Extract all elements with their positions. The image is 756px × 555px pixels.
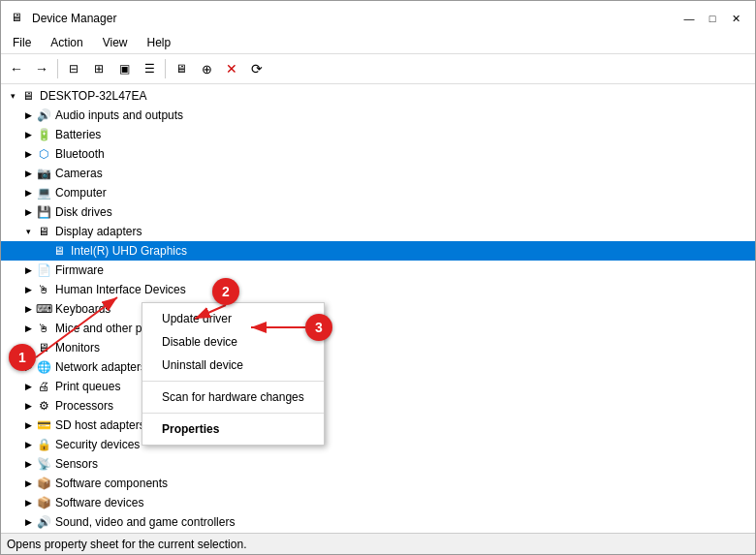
- processors-icon: ⚙: [36, 398, 51, 414]
- expand-sensors[interactable]: ▶: [20, 456, 36, 472]
- print-icon: 🖨: [36, 379, 51, 394]
- bluetooth-icon: ⬡: [36, 146, 51, 162]
- toolbar-refresh[interactable]: ⟳: [245, 57, 268, 80]
- tree-item-bluetooth[interactable]: ▶ ⬡ Bluetooth: [1, 144, 755, 164]
- toolbar-remove[interactable]: ✕: [220, 57, 243, 80]
- expand-processors[interactable]: ▶: [20, 398, 36, 414]
- tree-root[interactable]: ▾ 🖥 DESKTOP-32L47EA: [1, 86, 755, 106]
- tree-item-monitors[interactable]: ▶ 🖥 Monitors: [1, 338, 755, 357]
- expand-cameras[interactable]: ▶: [20, 166, 36, 181]
- tree-item-print[interactable]: ▶ 🖨 Print queues: [1, 377, 755, 396]
- tree-item-security[interactable]: ▶ 🔒 Security devices: [1, 435, 755, 454]
- expand-display[interactable]: ▾: [20, 224, 36, 239]
- ctx-update-driver[interactable]: Update driver: [142, 307, 324, 330]
- audio-icon: 🔊: [36, 108, 51, 123]
- tree-item-software-components[interactable]: ▶ 📦 Software components: [1, 474, 755, 493]
- tree-item-sd[interactable]: ▶ 💳 SD host adapters: [1, 416, 755, 435]
- expand-firmware[interactable]: ▶: [20, 262, 36, 278]
- display-icon: 🖥: [36, 224, 51, 239]
- expand-computer[interactable]: ▶: [20, 185, 36, 200]
- tree-item-audio[interactable]: ▶ 🔊 Audio inputs and outputs: [1, 106, 755, 125]
- main-content: ▾ 🖥 DESKTOP-32L47EA ▶ 🔊 Audio inputs and…: [1, 84, 755, 533]
- annotation-3: 3: [305, 314, 332, 341]
- maximize-button[interactable]: □: [703, 9, 722, 28]
- status-text: Opens property sheet for the current sel…: [7, 538, 246, 551]
- menu-help[interactable]: Help: [140, 34, 179, 51]
- annotation-2: 2: [212, 278, 239, 305]
- tree-item-hid[interactable]: ▶ 🖱 Human Interface Devices: [1, 280, 755, 299]
- toolbar-btn1[interactable]: ⊟: [62, 57, 85, 80]
- menu-file[interactable]: File: [5, 34, 39, 51]
- disk-icon: 💾: [36, 204, 51, 220]
- processors-label: Processors: [55, 399, 113, 413]
- toolbar-forward[interactable]: →: [30, 57, 53, 80]
- tree-item-sound[interactable]: ▶ 🔊 Sound, video and game controllers: [1, 512, 755, 532]
- expand-mice[interactable]: ▶: [20, 321, 36, 336]
- tree-item-intel-uhd[interactable]: 🖥 Intel(R) UHD Graphics: [1, 241, 755, 261]
- tree-item-sensors[interactable]: ▶ 📡 Sensors: [1, 454, 755, 474]
- tree-item-disk[interactable]: ▶ 💾 Disk drives: [1, 202, 755, 222]
- expand-batteries[interactable]: ▶: [20, 127, 36, 142]
- expand-sound[interactable]: ▶: [20, 514, 36, 530]
- toolbar-back[interactable]: ←: [5, 57, 28, 80]
- tree-item-firmware[interactable]: ▶ 📄 Firmware: [1, 261, 755, 280]
- toolbar-monitor[interactable]: 🖥: [170, 57, 193, 80]
- ctx-disable-device[interactable]: Disable device: [142, 330, 324, 354]
- context-menu: Update driver Disable device Uninstall d…: [142, 302, 325, 446]
- sound-label: Sound, video and game controllers: [55, 515, 235, 529]
- annotation-1: 1: [9, 344, 36, 371]
- expand-security[interactable]: ▶: [20, 437, 36, 452]
- device-manager-window: 🖥 Device Manager — □ ✕ File Action View …: [0, 0, 756, 555]
- security-label: Security devices: [55, 438, 140, 451]
- tree-item-batteries[interactable]: ▶ 🔋 Batteries: [1, 125, 755, 144]
- monitors-icon: 🖥: [36, 340, 51, 355]
- menu-bar: File Action View Help: [1, 32, 755, 54]
- ctx-uninstall-device[interactable]: Uninstall device: [142, 354, 324, 377]
- tree-item-processors[interactable]: ▶ ⚙ Processors: [1, 396, 755, 416]
- expand-keyboards[interactable]: ▶: [20, 301, 36, 317]
- cameras-icon: 📷: [36, 166, 51, 181]
- tree-area[interactable]: ▾ 🖥 DESKTOP-32L47EA ▶ 🔊 Audio inputs and…: [1, 84, 755, 533]
- expand-print[interactable]: ▶: [20, 379, 36, 394]
- sd-icon: 💳: [36, 417, 51, 433]
- tree-item-software-devices[interactable]: ▶ 📦 Software devices: [1, 493, 755, 512]
- expand-audio[interactable]: ▶: [20, 108, 36, 123]
- close-button[interactable]: ✕: [726, 9, 745, 28]
- ctx-sep-1: [142, 381, 324, 382]
- expand-sw-dev[interactable]: ▶: [20, 495, 36, 510]
- ctx-sep-2: [142, 413, 324, 414]
- tree-item-computer[interactable]: ▶ 💻 Computer: [1, 183, 755, 202]
- expand-sd[interactable]: ▶: [20, 417, 36, 433]
- toolbar-btn2[interactable]: ⊞: [87, 57, 110, 80]
- toolbar-btn4[interactable]: ☰: [138, 57, 161, 80]
- tree-item-storage[interactable]: ▶ 💾 Storage controllers: [1, 532, 755, 533]
- menu-action[interactable]: Action: [43, 34, 90, 51]
- minimize-button[interactable]: —: [679, 9, 699, 28]
- expand-sw-comp[interactable]: ▶: [20, 476, 36, 491]
- toolbar-btn3[interactable]: ▣: [112, 57, 136, 80]
- expand-bluetooth[interactable]: ▶: [20, 146, 36, 162]
- sw-dev-label: Software devices: [55, 496, 143, 509]
- network-label: Network adapters: [55, 360, 146, 374]
- tree-item-keyboards[interactable]: ▶ ⌨ Keyboards: [1, 299, 755, 319]
- batteries-label: Batteries: [55, 128, 101, 141]
- expand-disk[interactable]: ▶: [20, 204, 36, 220]
- menu-view[interactable]: View: [95, 34, 136, 51]
- title-bar: 🖥 Device Manager — □ ✕: [1, 1, 755, 32]
- audio-label: Audio inputs and outputs: [55, 108, 183, 122]
- security-icon: 🔒: [36, 437, 51, 452]
- expand-root[interactable]: ▾: [5, 88, 20, 104]
- ctx-scan-hardware[interactable]: Scan for hardware changes: [142, 385, 324, 409]
- expand-intel: [36, 243, 51, 259]
- tree-item-cameras[interactable]: ▶ 📷 Cameras: [1, 164, 755, 183]
- intel-label: Intel(R) UHD Graphics: [71, 244, 187, 258]
- expand-hid[interactable]: ▶: [20, 282, 36, 297]
- tree-item-mice[interactable]: ▶ 🖱 Mice and other pointing devices: [1, 319, 755, 338]
- window-icon: 🖥: [11, 11, 26, 26]
- tree-item-network[interactable]: ▶ 🌐 Network adapters: [1, 357, 755, 377]
- network-icon: 🌐: [36, 359, 51, 375]
- ctx-properties[interactable]: Properties: [142, 417, 324, 441]
- computer-icon: 🖥: [20, 88, 36, 104]
- toolbar-add[interactable]: ⊕: [195, 57, 218, 80]
- tree-item-display[interactable]: ▾ 🖥 Display adapters: [1, 222, 755, 241]
